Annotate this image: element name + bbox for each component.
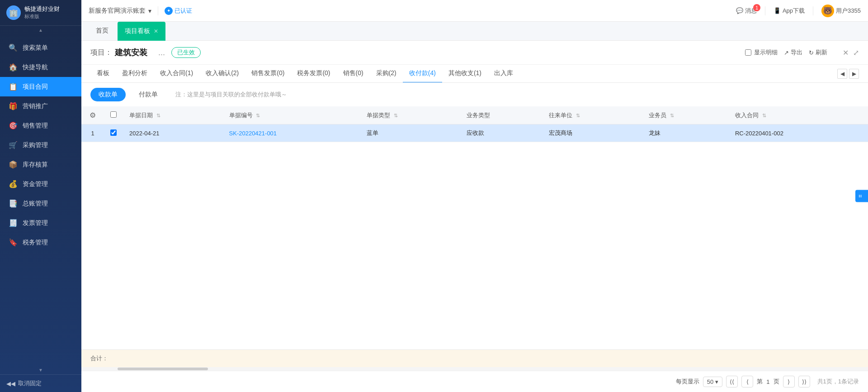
col-code-sort-icon[interactable]: ⇅ bbox=[256, 113, 260, 118]
col-income-contract-sort-icon[interactable]: ⇅ bbox=[762, 113, 766, 118]
page-next-button[interactable]: ⟩ bbox=[783, 376, 795, 387]
sidebar-item-purchase-mgmt[interactable]: 🛒 采购管理 bbox=[0, 135, 81, 155]
sub-nav-kanban-label: 看板 bbox=[97, 69, 109, 76]
sidebar-item-search[interactable]: 🔍 搜索菜单 bbox=[0, 38, 81, 57]
sub-nav-receipt[interactable]: 收付款(4) bbox=[403, 65, 442, 83]
tab-close-icon[interactable]: ✕ bbox=[154, 28, 158, 34]
payment-bill-tab[interactable]: 付款单 bbox=[130, 87, 166, 102]
table-scrollbar[interactable] bbox=[81, 367, 868, 371]
account-dropdown-icon: ▾ bbox=[148, 7, 151, 14]
row-income-contract-1: RC-20220401-002 bbox=[729, 124, 868, 142]
account-selector[interactable]: 新服务官网演示账套 ▾ bbox=[89, 7, 151, 15]
col-biz-type-label: 业务类型 bbox=[467, 112, 490, 119]
page-first-button[interactable]: ⟨⟨ bbox=[726, 376, 738, 387]
row-biz-type-1: 应收款 bbox=[460, 124, 543, 142]
table-row: 1 2022-04-21 SK-20220421-001 蓝单 应收款 宏茂商场… bbox=[81, 124, 868, 142]
col-partner-sort-icon[interactable]: ⇅ bbox=[576, 113, 580, 118]
sub-nav-profit[interactable]: 盈利分析 bbox=[116, 65, 154, 83]
sub-nav-right-arrow[interactable]: ▶ bbox=[849, 69, 859, 79]
row-partner-1: 宏茂商场 bbox=[542, 124, 642, 142]
select-all-checkbox[interactable] bbox=[110, 111, 117, 118]
table-container: ⚙ 单据日期 ⇅ 单据编号 ⇅ bbox=[81, 106, 868, 349]
export-button[interactable]: ↗ 导出 bbox=[784, 48, 802, 57]
sub-nav-other-expense[interactable]: 其他收支(1) bbox=[442, 65, 488, 83]
col-code-label: 单据编号 bbox=[229, 112, 253, 119]
page-size-value: 50 bbox=[707, 378, 713, 385]
page-prev-button[interactable]: ⟨ bbox=[741, 376, 753, 387]
sub-nav-tax-invoice[interactable]: 税务发票(0) bbox=[291, 65, 336, 83]
home-icon: 🏠 bbox=[8, 63, 18, 72]
refresh-button[interactable]: ↻ 刷新 bbox=[809, 48, 827, 57]
floating-icon: ≡ bbox=[857, 194, 863, 197]
sub-nav-arrows: ◀ ▶ bbox=[837, 69, 859, 79]
sidebar-item-general-ledger[interactable]: 📑 总账管理 bbox=[0, 194, 81, 213]
show-detail-checkbox[interactable]: 显示明细 bbox=[745, 48, 778, 57]
sidebar-item-sales-mgmt[interactable]: 🎯 销售管理 bbox=[0, 116, 81, 135]
topbar-right: 💬 消息 1 📱 App下载 🐻 用户3355 bbox=[736, 5, 861, 17]
sub-nav-kanban[interactable]: 看板 bbox=[90, 65, 116, 83]
sub-nav-income-confirm[interactable]: 收入确认(2) bbox=[199, 65, 245, 83]
data-table: ⚙ 单据日期 ⇅ 单据编号 ⇅ bbox=[81, 106, 868, 142]
scrollbar-thumb[interactable] bbox=[118, 368, 208, 370]
project-actions: 显示明细 ↗ 导出 ↻ 刷新 ✕ ⤢ bbox=[745, 48, 859, 57]
receipt-tabs: 收款单 付款单 注：这里是与项目关联的全部收付款单哦～ bbox=[81, 83, 868, 106]
sidebar-item-marketing[interactable]: 🎁 营销推广 bbox=[0, 96, 81, 116]
page-last-button[interactable]: ⟩⟩ bbox=[798, 376, 810, 387]
project-header: 项目： 建筑安装 ... 已生效 显示明细 ↗ 导出 ↻ 刷新 ✕ bbox=[81, 41, 868, 65]
certified-label: 已认证 bbox=[175, 7, 192, 15]
sidebar-item-label: 发票管理 bbox=[23, 219, 48, 227]
main-area: 新服务官网演示账套 ▾ ✦ 已认证 💬 消息 1 📱 App下载 🐻 bbox=[81, 0, 868, 392]
sidebar-item-inventory[interactable]: 📦 库存核算 bbox=[0, 155, 81, 174]
show-detail-input[interactable] bbox=[745, 49, 751, 56]
col-check bbox=[104, 106, 123, 124]
sidebar-item-invoice-mgmt[interactable]: 🧾 发票管理 bbox=[0, 213, 81, 233]
sidebar-item-project-contract[interactable]: 📋 项目合同 bbox=[0, 77, 81, 96]
sidebar-item-tax-mgmt[interactable]: 🔖 税务管理 bbox=[0, 233, 81, 252]
gear-settings-icon[interactable]: ⚙ bbox=[90, 111, 96, 119]
col-date-sort-icon[interactable]: ⇅ bbox=[156, 113, 160, 118]
receipt-bill-tab[interactable]: 收款单 bbox=[90, 88, 126, 101]
col-salesman-sort-icon[interactable]: ⇅ bbox=[670, 113, 674, 118]
sub-nav: 看板 盈利分析 收入合同(1) 收入确认(2) 销售发票(0) 税务发票(0) … bbox=[81, 65, 868, 83]
sub-nav-sales-invoice-label: 销售发票(0) bbox=[251, 69, 284, 76]
sub-nav-warehouse[interactable]: 出入库 bbox=[488, 65, 519, 83]
col-biz-type: 业务类型 bbox=[460, 106, 543, 124]
close-window-button[interactable]: ✕ bbox=[843, 48, 849, 57]
floating-side-button[interactable]: ≡ bbox=[855, 190, 868, 202]
topbar-divider bbox=[765, 6, 765, 15]
sidebar-unpin-button[interactable]: ◀◀ 取消固定 bbox=[0, 374, 81, 392]
sub-nav-left-arrow[interactable]: ◀ bbox=[837, 69, 847, 79]
page-size-select[interactable]: 50 ▾ bbox=[703, 377, 722, 387]
receipt-bill-label: 收款单 bbox=[99, 91, 118, 98]
user-menu[interactable]: 🐻 用户3355 bbox=[821, 5, 861, 17]
sidebar-item-fund-mgmt[interactable]: 💰 资金管理 bbox=[0, 174, 81, 194]
sidebar-item-label: 采购管理 bbox=[23, 141, 48, 149]
sub-nav-purchase-label: 采购(2) bbox=[376, 69, 396, 76]
page-size-dropdown-icon: ▾ bbox=[715, 378, 718, 385]
row-checkbox-1[interactable] bbox=[110, 129, 117, 136]
col-salesman: 业务员 ⇅ bbox=[642, 106, 729, 124]
tab-project-board[interactable]: 项目看板 ✕ bbox=[118, 22, 165, 41]
app-download-button[interactable]: 📱 App下载 bbox=[774, 7, 805, 15]
show-detail-label: 显示明细 bbox=[754, 48, 778, 57]
sub-nav-sales[interactable]: 销售(0) bbox=[337, 65, 370, 83]
col-type-sort-icon[interactable]: ⇅ bbox=[394, 113, 398, 118]
sub-nav-sales-label: 销售(0) bbox=[343, 69, 363, 76]
user-label: 用户3355 bbox=[836, 7, 861, 15]
app-download-label: App下载 bbox=[783, 7, 805, 15]
sub-nav-sales-invoice[interactable]: 销售发票(0) bbox=[245, 65, 291, 83]
sub-nav-purchase[interactable]: 采购(2) bbox=[370, 65, 403, 83]
refresh-icon: ↻ bbox=[809, 49, 814, 56]
row-code-link-1[interactable]: SK-20220421-001 bbox=[229, 130, 277, 137]
sidebar-item-label: 营销推广 bbox=[23, 102, 48, 110]
col-gear: ⚙ bbox=[81, 106, 104, 124]
col-partner-label: 往来单位 bbox=[549, 112, 572, 119]
message-button[interactable]: 💬 消息 1 bbox=[736, 7, 757, 15]
sidebar-item-quick-nav[interactable]: 🏠 快捷导航 bbox=[0, 57, 81, 77]
fund-icon: 💰 bbox=[8, 180, 18, 188]
tab-home[interactable]: 首页 bbox=[89, 22, 116, 41]
col-type-label: 单据类型 bbox=[367, 112, 390, 119]
sub-nav-income-contract[interactable]: 收入合同(1) bbox=[154, 65, 199, 83]
maximize-window-button[interactable]: ⤢ bbox=[853, 48, 859, 57]
project-more-button[interactable]: ... bbox=[158, 48, 165, 57]
